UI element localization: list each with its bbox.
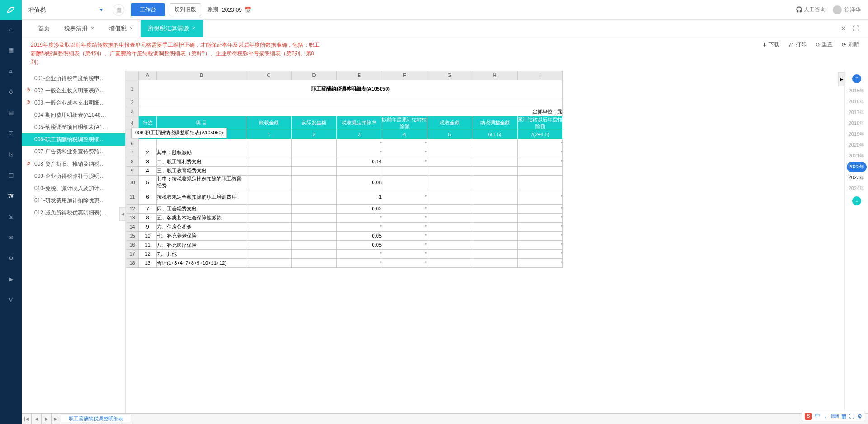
topbar: 增值税 ▼ ▤ 工作台 切到旧版 账期 2023-09 📅 🎧 人工咨询 徐泽华 [0,0,868,20]
sheet-nav-first[interactable]: |◀ [22,414,32,424]
ime-toolbar[interactable]: S 中 ， ⌨ ▦ ⛶ ⚙ [802,411,865,421]
form-list-item[interactable]: 009-企业所得税弥补亏损明… [22,170,125,182]
tab-所得税汇算清缴[interactable]: 所得税汇算清缴✕ [141,20,203,37]
download-button[interactable]: ⬇下载 [762,41,779,48]
nav-home-icon[interactable]: ⌂ [6,24,16,34]
form-list-item[interactable]: 001-企业所得税年度纳税申… [22,72,125,85]
nav-tax-icon[interactable]: ₩ [6,191,16,201]
year-option[interactable]: 2024年 [847,184,867,194]
print-button[interactable]: 🖨打印 [788,41,807,48]
nav-analytics-icon[interactable]: ⩍ [6,66,16,76]
sheet-nav-last[interactable]: ▶| [52,414,61,424]
warning-text: 2019年度涉及取以前年度结转数据的申报表单元格需要手工维护正确，才能保证本年及… [31,41,320,67]
ime-opt[interactable]: ⛶ [849,413,854,419]
side-nav: ⌂ ▦ ⩍ ♁ ▤ ☑ ⎘ ◫ ₩ ⇲ ✉ ⚙ ▶ V [0,20,22,424]
close-all-tabs-icon[interactable]: ✕ [841,25,846,32]
collapse-list-icon[interactable]: ◀ [119,207,126,221]
nav-archive-icon[interactable]: ✉ [6,233,16,243]
period-value[interactable]: 2023-09 [222,7,242,13]
form-list: 001-企业所得税年度纳税申…002-一般企业收入明细表(A…003-一般企业成… [22,71,126,413]
sheet-nav-prev[interactable]: ◀ [32,414,42,424]
year-up-icon[interactable]: ⌃ [852,74,861,83]
tab-增值税[interactable]: 增值税✕ [102,20,141,37]
nav-export-icon[interactable]: ⇲ [6,212,16,222]
sheet-nav-next[interactable]: ▶ [42,414,52,424]
ime-opt[interactable]: ， [823,412,828,420]
year-option[interactable]: 2019年 [847,129,867,139]
user-menu[interactable]: 徐泽华 [833,5,861,14]
year-option[interactable]: 2021年 [847,151,867,161]
avatar-icon [833,5,842,14]
reset-button[interactable]: ↺重置 [816,41,833,48]
logo[interactable] [0,0,22,20]
tab-税表清册[interactable]: 税表清册✕ [57,20,102,37]
tab-首页[interactable]: 首页 [31,20,57,37]
switch-old-button[interactable]: 切到旧版 [170,3,201,16]
form-list-item[interactable]: 011-研发费用加计扣除优惠… [22,195,125,207]
ime-opt[interactable]: ▦ [841,413,846,419]
fullscreen-icon[interactable]: ⛶ [853,25,859,32]
form-list-item[interactable]: 006-职工薪酬纳税调整明细… [22,133,125,146]
nav-window-icon[interactable]: ◫ [6,170,16,180]
form-list-item[interactable]: 007-广告费和业务宣传费跨… [22,146,125,158]
form-list-item[interactable]: 002-一般企业收入明细表(A… [22,85,125,97]
chevron-down-icon: ▼ [99,7,104,12]
form-list-item[interactable]: 010-免税、减计收入及加计… [22,182,125,195]
year-option[interactable]: 2018年 [847,119,867,129]
nav-ledger-icon[interactable]: ▦ [6,45,16,55]
nav-funds-icon[interactable]: ♁ [6,87,16,97]
ime-opt[interactable]: 中 [815,412,820,420]
consult-link[interactable]: 🎧 人工咨询 [796,6,826,14]
form-list-item[interactable]: 004-期间费用明细表(A1040… [22,109,125,121]
refresh-button[interactable]: ⟳刷新 [842,41,859,48]
year-option[interactable]: 2017年 [847,108,867,118]
expand-year-icon[interactable]: ▶ [838,72,844,86]
nav-vip-icon[interactable]: V [6,295,16,305]
tax-type-dropdown[interactable]: 增值税 ▼ [22,6,110,14]
year-option[interactable]: 2022年 [847,162,867,172]
form-list-item[interactable]: 012-减免所得税优惠明细表(… [22,207,125,219]
form-list-item[interactable]: 008-资产折旧、摊销及纳税… [22,158,125,170]
nav-video-icon[interactable]: ▶ [6,274,16,284]
nav-template-icon[interactable]: ⎘ [6,149,16,159]
ime-opt[interactable]: ⚙ [857,413,862,419]
year-option[interactable]: 2023年 [847,173,867,183]
ime-opt[interactable]: ⌨ [831,413,839,419]
page-tabs: 首页税表清册✕增值税✕所得税汇算清缴✕ ✕ ⛶ [22,20,868,37]
nav-check-icon[interactable]: ☑ [6,129,16,138]
close-icon[interactable]: ✕ [192,25,196,31]
spreadsheet-grid[interactable]: ABCDEFGHI1职工薪酬纳税调整明细表(A105050)23金额单位：元4行… [126,71,563,268]
sheet-tab[interactable]: 职工薪酬纳税调整明细表 [61,415,131,422]
form-list-item[interactable]: 003-一般企业成本支出明细… [22,97,125,109]
year-option[interactable]: 2015年 [847,86,867,96]
sheet-footer: |◀ ◀ ▶ ▶| 职工薪酬纳税调整明细表 [22,413,868,424]
close-icon[interactable]: ✕ [90,25,94,31]
nav-settings-icon[interactable]: ⚙ [6,253,16,263]
close-icon[interactable]: ✕ [129,25,133,31]
year-option[interactable]: 2016年 [847,97,867,107]
form-tooltip: 006-职工薪酬纳税调整明细表(A105050) [131,128,227,138]
year-option[interactable]: 2020年 [847,140,867,150]
nav-report-icon[interactable]: ▤ [6,108,16,118]
year-panel: ⌃ 2015年2016年2017年2018年2019年2020年2021年202… [844,71,868,413]
form-list-item[interactable]: 005-纳税调整项目明细表(A1… [22,121,125,133]
ime-logo-icon: S [805,413,812,420]
period-label: 账期 [208,6,218,14]
workbench-button[interactable]: 工作台 [131,3,165,16]
year-down-icon[interactable]: ⌄ [852,196,861,205]
doc-icon-button[interactable]: ▤ [113,4,124,16]
sheet-scroll-area[interactable]: 006-职工薪酬纳税调整明细表(A105050) ABCDEFGHI1职工薪酬纳… [126,71,844,413]
calendar-icon[interactable]: 📅 [245,7,251,13]
